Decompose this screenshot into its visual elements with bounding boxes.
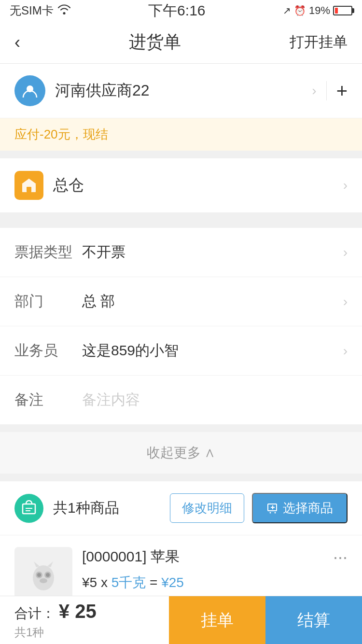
total-amount: ¥ 25 — [59, 601, 97, 622]
product-title-text: 苹果 — [151, 548, 180, 564]
salesperson-chevron-icon: › — [343, 343, 348, 359]
hang-button[interactable]: 挂单 — [169, 596, 265, 644]
total-section: 合计： ¥ 25 共1种 — [0, 601, 169, 640]
invoice-chevron-icon: › — [343, 245, 348, 260]
product-price: ¥5 x 5千克 = ¥25 — [82, 574, 333, 592]
product-name: [0000001] 苹果 — [82, 547, 333, 567]
collapse-button[interactable]: 收起更多 ∧ — [0, 432, 362, 474]
alarm-icon: ⏰ — [294, 5, 306, 16]
svg-marker-2 — [22, 179, 36, 184]
cart-icon — [266, 502, 279, 515]
warehouse-name: 总仓 — [53, 175, 338, 196]
carrier-label: 无SIM卡 — [10, 3, 54, 18]
salesperson-row[interactable]: 业务员 这是859的小智 › — [0, 326, 362, 376]
warehouse-section[interactable]: 总仓 › — [0, 158, 362, 212]
svg-rect-3 — [27, 187, 31, 192]
bottom-bar: 合计： ¥ 25 共1种 挂单 结算 — [0, 596, 362, 644]
product-icon-wrap — [14, 494, 43, 523]
supplier-row[interactable]: 河南供应商22 › + — [0, 64, 362, 118]
svg-point-16 — [46, 573, 50, 577]
product-code: [0000001] — [82, 548, 146, 564]
supplier-avatar — [14, 75, 45, 106]
spacer1 — [0, 151, 362, 158]
department-chevron-icon: › — [343, 294, 348, 309]
product-count-label: 共1种商品 — [53, 498, 170, 518]
multiply-sign: x — [101, 575, 111, 590]
department-label: 部门 — [14, 292, 82, 311]
svg-marker-18 — [34, 561, 40, 567]
supplier-section: 河南供应商22 › + 应付-20元，现结 — [0, 64, 362, 151]
select-product-button[interactable]: 选择商品 — [252, 493, 348, 523]
department-value: 总 部 — [82, 292, 338, 311]
supplier-actions: › + — [307, 80, 348, 102]
warehouse-chevron-icon: › — [343, 178, 348, 193]
remark-label: 备注 — [14, 390, 82, 410]
supplier-notice: 应付-20元，现结 — [0, 118, 362, 151]
supplier-chevron-icon: › — [312, 83, 316, 98]
form-section: 票据类型 不开票 › 部门 总 部 › 业务员 这是859的小智 › 备注 备注… — [0, 228, 362, 424]
product-info: [0000001] 苹果 ¥5 x 5千克 = ¥25 — [82, 547, 333, 592]
invoice-value: 不开票 — [82, 242, 338, 262]
svg-point-17 — [40, 578, 47, 583]
open-hang-button[interactable]: 打开挂单 — [290, 32, 348, 52]
main-content: 河南供应商22 › + 应付-20元，现结 总仓 › — [0, 64, 362, 644]
battery-icon — [333, 6, 352, 15]
status-bar: 无SIM卡 下午6:16 ↗ ⏰ 19% — [0, 0, 362, 21]
product-more-button[interactable]: ··· — [333, 547, 348, 567]
status-right: ↗ ⏰ 19% — [283, 4, 352, 17]
owl-logo-icon — [24, 557, 63, 595]
settle-button[interactable]: 结算 — [265, 596, 362, 644]
wifi-icon — [57, 4, 71, 17]
salesperson-value: 这是859的小智 — [82, 341, 338, 361]
spacer2 — [0, 220, 362, 228]
total-price: ¥25 — [161, 575, 184, 590]
location-icon: ↗ — [283, 5, 291, 16]
total-line: 合计： ¥ 25 — [14, 601, 154, 623]
add-supplier-button[interactable]: + — [336, 80, 348, 102]
product-icon — [21, 500, 37, 517]
product-header: 共1种商品 修改明细 选择商品 — [0, 481, 362, 535]
warehouse-icon — [21, 177, 37, 194]
svg-marker-19 — [47, 561, 53, 567]
total-label: 合计： — [14, 606, 55, 621]
user-icon — [21, 82, 39, 99]
department-row[interactable]: 部门 总 部 › — [0, 277, 362, 326]
warehouse-row[interactable]: 总仓 › — [0, 158, 362, 212]
invoice-row[interactable]: 票据类型 不开票 › — [0, 228, 362, 277]
remark-row[interactable]: 备注 备注内容 — [0, 376, 362, 424]
unit-price: ¥5 — [82, 575, 97, 590]
status-left: 无SIM卡 — [10, 3, 71, 18]
divider — [326, 81, 327, 100]
back-button[interactable]: ‹ — [14, 32, 20, 53]
supplier-name: 河南供应商22 — [55, 80, 307, 101]
warehouse-icon-wrap — [14, 171, 43, 200]
page-title: 进货单 — [129, 30, 181, 54]
remark-value: 备注内容 — [82, 390, 348, 410]
invoice-label: 票据类型 — [14, 242, 82, 262]
equals-sign: = — [150, 575, 161, 590]
modify-detail-button[interactable]: 修改明细 — [170, 493, 244, 523]
svg-point-15 — [37, 573, 41, 577]
total-count: 共1种 — [14, 625, 154, 640]
select-product-label: 选择商品 — [283, 500, 333, 517]
battery-percent: 19% — [309, 4, 330, 17]
status-time: 下午6:16 — [148, 1, 205, 21]
nav-bar: ‹ 进货单 打开挂单 — [0, 21, 362, 64]
salesperson-label: 业务员 — [14, 341, 82, 361]
svg-point-12 — [33, 565, 54, 590]
quantity: 5千克 — [111, 575, 146, 590]
